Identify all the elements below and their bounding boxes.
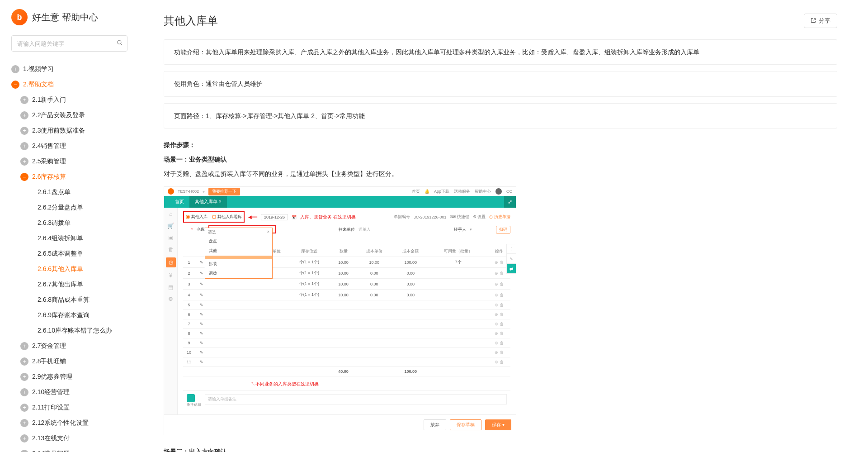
minus-icon: − xyxy=(20,173,28,181)
nav-label: 2.6.2分量盘点单 xyxy=(38,204,83,212)
logo[interactable]: b 好生意 帮助中心 xyxy=(11,9,127,25)
nav-item[interactable]: +1.视频学习 xyxy=(11,62,127,77)
ss-tab-home: 首页 xyxy=(170,196,189,208)
ss-annotation-2: 不同业务的入库类型在这里切换 xyxy=(255,381,319,386)
scene2-head: 场景二：出入方向确认 xyxy=(164,445,837,452)
logo-icon: b xyxy=(11,9,28,25)
path-label: 页面路径： xyxy=(174,112,206,119)
nav-label: 2.6.4组装拆卸单 xyxy=(38,234,83,243)
search-input[interactable] xyxy=(11,35,127,52)
ss-chart-icon: ▤ xyxy=(167,284,175,291)
path-text: 1、库存核算->库存管理->其他入库单 2、首页->常用功能 xyxy=(206,112,365,119)
intro-text: 其他入库单用来处理除采购入库、产成品入库之外的其他入库业务，因此其他入库单可处理… xyxy=(206,48,699,56)
nav-item[interactable]: 2.6.1盘点单 xyxy=(11,185,127,200)
ss-recommend-btn: 我要推荐一下 xyxy=(208,188,240,195)
intro-label: 功能介绍： xyxy=(174,48,206,56)
plus-icon: + xyxy=(20,157,28,166)
ss-note-input: 请输入单据备注 xyxy=(205,394,507,404)
scene1-desc: 对于受赠、盘盈或是拆装入库等不同的业务，是通过单据头【业务类型】进行区分。 xyxy=(164,167,837,180)
steps-title: 操作步骤： xyxy=(164,138,837,151)
nav-item[interactable]: 2.6.9库存账本查询 xyxy=(11,308,127,323)
nav-item[interactable]: 2.6.8商品成本重算 xyxy=(11,292,127,308)
nav-item[interactable]: +2.11打印设置 xyxy=(11,400,127,415)
nav-label: 2.7资金管理 xyxy=(32,342,66,350)
share-label: 分享 xyxy=(819,17,830,25)
nav-item[interactable]: +2.14常见问题 xyxy=(11,446,127,452)
ss-tab-current: 其他入库单 × xyxy=(189,196,227,208)
nav-item[interactable]: +2.8手机旺铺 xyxy=(11,354,127,369)
nav-item[interactable]: +2.12系统个性化设置 xyxy=(11,415,127,431)
nav-label: 2.14常见问题 xyxy=(32,450,70,452)
nav-item[interactable]: 2.6.4组装拆卸单 xyxy=(11,231,127,246)
role-text: 通常由仓管人员维护 xyxy=(206,80,263,87)
ss-save-btn: 保存 ▾ xyxy=(485,419,511,430)
nav-label: 1.视频学习 xyxy=(23,65,54,73)
nav-item[interactable]: +2.4销售管理 xyxy=(11,138,127,154)
plus-icon: + xyxy=(20,388,28,396)
nav-item[interactable]: 2.6.7其他出库单 xyxy=(11,277,127,292)
ss-draft-btn: 保存草稿 xyxy=(450,419,481,430)
plus-icon: + xyxy=(20,419,28,427)
nav-label: 2.13在线支付 xyxy=(32,434,70,442)
nav-label: 2.6.10库存账本错了怎么办 xyxy=(38,327,112,335)
share-button[interactable]: 分享 xyxy=(804,14,837,28)
nav-label: 2.10经营管理 xyxy=(32,388,70,396)
nav-label: 2.6.9库存账本查询 xyxy=(38,311,90,319)
ss-code: TEST-H002 xyxy=(178,189,199,194)
ss-home-icon: ⌂ xyxy=(167,210,175,218)
ss-cart-icon: 🛒 xyxy=(167,222,175,229)
nav-item[interactable]: +2.3使用前数据准备 xyxy=(11,123,127,138)
nav-item[interactable]: +2.1新手入门 xyxy=(11,92,127,108)
role-label: 使用角色： xyxy=(174,80,206,87)
ss-box-icon: ▣ xyxy=(167,234,175,241)
nav-label: 2.6.5成本调整单 xyxy=(38,250,83,258)
plus-icon: + xyxy=(20,373,28,381)
ss-tool-icon: ⋮ xyxy=(506,244,516,254)
nav-item[interactable]: 2.6.3调拨单 xyxy=(11,215,127,231)
nav-label: 2.6.1盘点单 xyxy=(38,188,71,196)
plus-icon: + xyxy=(20,404,28,412)
nav-item[interactable]: 2.6.10库存账本错了怎么办 xyxy=(11,323,127,338)
ss-dropdown: 请选× 盘点 其他 拆装 调拨 xyxy=(205,228,273,279)
ss-tool-icon: ✎ xyxy=(506,254,516,264)
plus-icon: + xyxy=(20,434,28,442)
nav-label: 2.11打印设置 xyxy=(32,404,70,412)
plus-icon: + xyxy=(20,96,28,104)
nav-item[interactable]: +2.9优惠券管理 xyxy=(11,369,127,385)
nav-item[interactable]: −2.帮助文档 xyxy=(11,77,127,92)
ss-money-icon: ¥ xyxy=(167,272,175,279)
ss-annotation-1: 入库、退货业务 在这里切换 xyxy=(300,214,356,220)
ss-avatar-icon xyxy=(495,188,502,195)
nav-label: 2.6.6其他入库单 xyxy=(38,265,83,273)
nav-label: 2.5采购管理 xyxy=(32,157,66,166)
nav-item[interactable]: −2.6库存核算 xyxy=(11,169,127,185)
ss-tool-icon: ⇄ xyxy=(506,264,516,274)
nav-item[interactable]: 2.6.2分量盘点单 xyxy=(11,200,127,215)
nav-item[interactable]: 2.6.6其他入库单 xyxy=(11,262,127,277)
nav-label: 2.2产品安装及登录 xyxy=(32,111,85,119)
nav-item[interactable]: +2.5采购管理 xyxy=(11,154,127,169)
nav-item[interactable]: +2.10经营管理 xyxy=(11,385,127,400)
ss-date: 2019-12-26 xyxy=(261,214,288,220)
path-box: 页面路径：1、库存核算->库存管理->其他入库单 2、首页->常用功能 xyxy=(164,103,837,128)
main-content: 其他入库单 分享 功能介绍：其他入库单用来处理除采购入库、产成品入库之外的其他入… xyxy=(139,0,862,452)
logo-text: 好生意 帮助中心 xyxy=(32,11,98,24)
share-icon xyxy=(811,18,816,24)
nav-item[interactable]: 2.6.5成本调整单 xyxy=(11,246,127,262)
svg-line-1 xyxy=(121,43,123,45)
nav-item[interactable]: +2.2产品安装及登录 xyxy=(11,108,127,123)
nav-label: 2.4销售管理 xyxy=(32,142,66,150)
ss-note-icon xyxy=(187,394,195,402)
nav-item[interactable]: +2.7资金管理 xyxy=(11,338,127,354)
search-wrap xyxy=(11,35,127,52)
nav-label: 2.6.8商品成本重算 xyxy=(38,296,90,304)
page-title: 其他入库单 xyxy=(164,14,218,28)
sidebar: b 好生意 帮助中心 +1.视频学习−2.帮助文档+2.1新手入门+2.2产品安… xyxy=(0,0,139,452)
search-icon[interactable] xyxy=(117,40,123,48)
plus-icon: + xyxy=(20,142,28,150)
nav-item[interactable]: +2.13在线支付 xyxy=(11,431,127,446)
plus-icon: + xyxy=(20,357,28,366)
ss-clock-icon: ◷ xyxy=(166,257,176,267)
embedded-screenshot: TEST-H002 ▾ 我要推荐一下 首页 🔔 App下载 活动服务 帮助中心 … xyxy=(164,186,516,435)
ss-close-icon: ⤢ xyxy=(504,196,516,208)
